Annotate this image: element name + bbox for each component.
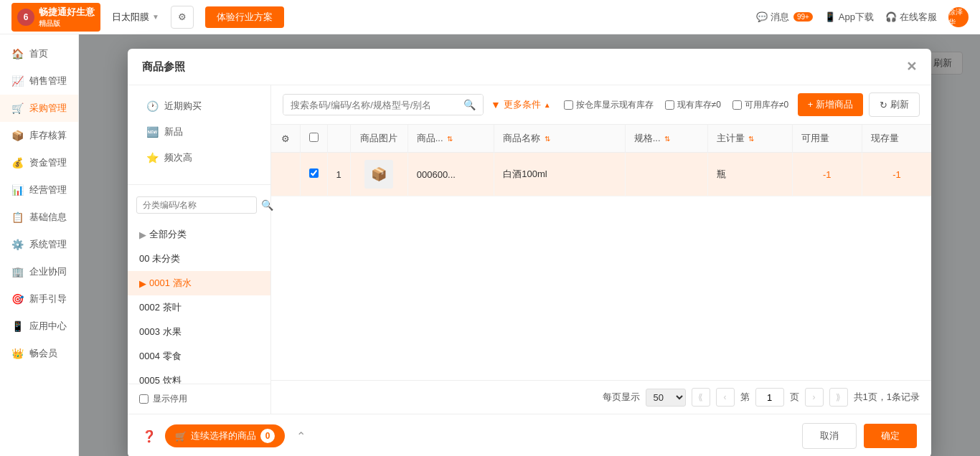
app-download-label: App下载 — [839, 11, 874, 24]
sales-icon: 📈 — [11, 75, 24, 87]
sidebar-item-operation[interactable]: 📊 经营管理 — [0, 176, 78, 204]
sort-unit-icon: ⇅ — [748, 135, 754, 143]
th-code[interactable]: 商品... ⇅ — [407, 125, 494, 153]
usable-filter[interactable]: 可用库存≠0 — [732, 99, 788, 111]
th-name[interactable]: 商品名称 ⇅ — [494, 125, 626, 153]
table-row[interactable]: 1 📦 000600... — [271, 153, 931, 196]
modal-close-button[interactable]: ✕ — [906, 59, 917, 75]
avatar: 徐泽华 — [948, 7, 969, 27]
home-icon: 🏠 — [11, 48, 24, 60]
sidebar-item-system[interactable]: ⚙️ 系统管理 — [0, 231, 78, 258]
sidebar-item-basic[interactable]: 📋 基础信息 — [0, 204, 78, 231]
show-disabled-label[interactable]: 显示停用 — [153, 393, 187, 405]
select-all-checkbox[interactable] — [309, 133, 319, 142]
available-checkbox[interactable] — [665, 100, 674, 110]
product-table: ⚙ 商品图片 — [271, 125, 931, 196]
sidebar-item-newbie[interactable]: 🎯 新手引导 — [0, 285, 78, 313]
operation-icon: 📊 — [11, 184, 24, 196]
cat-item-0005[interactable]: 0005 饮料 — [128, 369, 270, 384]
sidebar-item-apps-label: 应用中心 — [29, 320, 67, 333]
sidebar-item-purchase[interactable]: 🛒 采购管理 — [0, 95, 78, 122]
filter-checkboxes: 按仓库显示现有库存 现有库存≠0 可用库存≠0 — [564, 99, 789, 111]
th-spec[interactable]: 规格... ⇅ — [625, 125, 707, 153]
modal-body: 🕐 近期购买 🆕 新品 ⭐ 频次高 — [128, 85, 931, 414]
refresh-button[interactable]: ↻ 刷新 — [869, 92, 920, 117]
tab-recent[interactable]: 🕐 近期购买 — [139, 94, 259, 118]
nav-right: 💬 消息 99+ 📱 App下载 🎧 在线客服 徐泽华 — [756, 7, 969, 27]
collapse-button[interactable]: ⌃ — [293, 427, 308, 446]
sort-name-icon: ⇅ — [545, 135, 550, 143]
modal-header: 商品参照 ✕ — [128, 49, 931, 85]
category-search-input[interactable] — [136, 196, 257, 214]
td-check[interactable] — [300, 153, 327, 196]
cat-item-all[interactable]: ▶ 全部分类 — [128, 222, 270, 247]
settings-icon[interactable]: ⚙ — [171, 6, 194, 29]
messages-nav[interactable]: 💬 消息 99+ — [756, 11, 813, 24]
cart-button[interactable]: 🛒 连续选择的商品 0 — [165, 424, 285, 447]
cat-item-0001[interactable]: ▶ 0001 酒水 — [128, 271, 270, 295]
tab-new[interactable]: 🆕 新品 — [139, 120, 259, 144]
cancel-button[interactable]: 取消 — [802, 423, 857, 449]
cat-00-label: 00 未分类 — [139, 252, 180, 265]
refresh-icon: ↻ — [880, 100, 887, 110]
sidebar-item-member[interactable]: 👑 畅会员 — [0, 340, 78, 367]
cat-item-0003[interactable]: 0003 水果 — [128, 320, 270, 344]
trial-button[interactable]: 体验行业方案 — [205, 6, 284, 28]
user-profile-nav[interactable]: 徐泽华 — [948, 7, 969, 27]
left-panel: 🕐 近期购买 🆕 新品 ⭐ 频次高 — [128, 85, 271, 414]
cat-expand-icon: ▶ — [139, 229, 146, 240]
first-page-button[interactable]: ⟪ — [692, 388, 710, 407]
warehouse-filter[interactable]: 按仓库显示现有库存 — [564, 99, 654, 111]
page-input[interactable] — [755, 388, 784, 407]
logo-sub: 精品版 — [39, 19, 95, 29]
pagination: 每页显示 50 10 20 100 ⟪ ‹ 第 页 — [271, 380, 931, 414]
show-disabled-checkbox[interactable] — [139, 394, 149, 404]
tab-frequent[interactable]: ⭐ 频次高 — [139, 146, 259, 170]
sidebar-item-sales[interactable]: 📈 销售管理 — [0, 67, 78, 95]
cat-item-00[interactable]: 00 未分类 — [128, 247, 270, 271]
page-num-label: 第 — [740, 391, 750, 404]
store-name: 日太阳膜 — [112, 11, 149, 24]
app-download-nav[interactable]: 📱 App下载 — [824, 11, 874, 24]
sidebar-item-home[interactable]: 🏠 首页 — [0, 40, 78, 67]
page-size-select[interactable]: 50 10 20 100 — [646, 389, 686, 407]
cat-0003-label: 0003 水果 — [139, 326, 182, 338]
th-unit[interactable]: 主计量 ⇅ — [707, 125, 792, 153]
help-icon[interactable]: ❓ — [142, 429, 156, 443]
page-size-label: 每页显示 — [603, 391, 640, 404]
warehouse-checkbox[interactable] — [564, 100, 573, 110]
add-product-button[interactable]: + 新增商品 — [798, 93, 863, 116]
td-available: -1 — [792, 153, 862, 196]
search-icon[interactable]: 🔍 — [456, 95, 483, 115]
row-checkbox[interactable] — [309, 168, 319, 178]
cat-item-0002[interactable]: 0002 茶叶 — [128, 295, 270, 320]
sidebar-item-finance[interactable]: 💰 资金管理 — [0, 149, 78, 176]
apps-icon: 📱 — [11, 320, 24, 332]
sidebar-item-basic-label: 基础信息 — [29, 211, 67, 224]
confirm-button[interactable]: 确定 — [864, 424, 917, 448]
message-icon: 💬 — [756, 11, 768, 22]
online-service-nav[interactable]: 🎧 在线客服 — [885, 11, 937, 24]
sidebar-item-apps[interactable]: 📱 应用中心 — [0, 313, 78, 340]
sidebar-item-home-label: 首页 — [29, 47, 48, 60]
right-toolbar: 🔍 ▼ 更多条件 ▲ 按仓库显示现有库存 — [271, 85, 931, 125]
table-body: 1 📦 000600... — [271, 153, 931, 196]
top-nav: 6 畅捷通好生意 精品版 日太阳膜 ▼ ⚙ 体验行业方案 💬 消息 99+ 📱 … — [0, 0, 980, 34]
product-table-wrapper: ⚙ 商品图片 — [271, 125, 931, 380]
last-page-button[interactable]: ⟫ — [829, 388, 848, 407]
product-search-input[interactable] — [283, 95, 456, 115]
prev-page-button[interactable]: ‹ — [716, 388, 735, 407]
store-selector[interactable]: 日太阳膜 ▼ — [112, 11, 159, 24]
usable-checkbox[interactable] — [732, 100, 742, 110]
available-filter[interactable]: 现有库存≠0 — [665, 99, 721, 111]
messages-label: 消息 — [771, 11, 789, 24]
sidebar-item-enterprise[interactable]: 🏢 企业协同 — [0, 258, 78, 285]
cat-item-0004[interactable]: 0004 零食 — [128, 344, 270, 369]
sort-spec-icon: ⇅ — [664, 135, 670, 143]
filter-button[interactable]: ▼ 更多条件 ▲ — [491, 98, 551, 111]
sidebar-item-inventory[interactable]: 📦 库存核算 — [0, 122, 78, 149]
sidebar-item-member-label: 畅会员 — [29, 347, 57, 360]
th-settings[interactable]: ⚙ — [271, 125, 300, 153]
next-page-button[interactable]: › — [805, 388, 824, 407]
recent-icon: 🕐 — [146, 100, 159, 112]
